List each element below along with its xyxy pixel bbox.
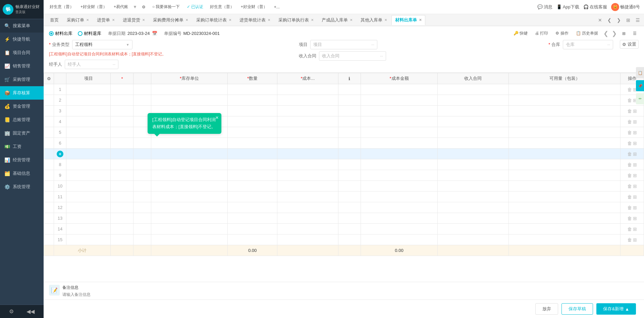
row-available-cell[interactable] (509, 234, 621, 245)
row-material-cell[interactable] (111, 127, 133, 138)
row-income-contract-cell[interactable] (437, 149, 509, 159)
row-unit-cell[interactable] (151, 95, 227, 106)
row-material-cell[interactable] (111, 181, 133, 192)
tab-close-finished-goods[interactable]: ✕ (350, 18, 353, 22)
row-project-cell[interactable] (66, 95, 111, 106)
delete-row-icon[interactable]: 🗑 (627, 173, 632, 178)
row-unit-cell[interactable] (151, 181, 227, 192)
row-quantity-cell[interactable] (228, 149, 277, 159)
delete-row-icon[interactable]: 🗑 (627, 226, 632, 232)
list-view-btn[interactable]: ☰ (634, 17, 641, 23)
row-cost-price-cell[interactable] (277, 106, 338, 116)
tab-material-out[interactable]: 材料出库单✕ (391, 15, 425, 25)
tab-close-other-stock[interactable]: ✕ (384, 18, 387, 22)
message-btn[interactable]: 💬 消息 (537, 4, 552, 10)
row-cost-amount-cell[interactable] (361, 202, 437, 213)
row-income-contract-cell[interactable] (437, 95, 509, 106)
row-unit-cell[interactable] (151, 192, 227, 202)
row-available-cell[interactable] (509, 202, 621, 213)
row-available-cell[interactable] (509, 127, 621, 138)
topbar-more[interactable]: +... (272, 3, 282, 11)
row-material-cell[interactable] (111, 192, 133, 202)
list-layout-btn[interactable]: ☰ (631, 30, 639, 37)
row-quantity-cell[interactable] (228, 138, 277, 149)
row-spec-cell[interactable] (133, 95, 151, 106)
row-cost-amount-cell[interactable] (361, 170, 437, 181)
collapse-icon[interactable]: ◀◀ (26, 308, 35, 315)
quick-key-btn[interactable]: 🔑 快键 (512, 30, 530, 37)
row-available-cell[interactable] (509, 95, 621, 106)
row-project-cell[interactable] (66, 192, 111, 202)
row-spec-cell[interactable] (133, 181, 151, 192)
topbar-dropdown-icon[interactable]: ▼ (133, 4, 137, 9)
topbar-yidazhang[interactable]: +易代账 (112, 3, 130, 11)
project-select[interactable]: 项目 ··· (310, 40, 377, 49)
tab-close-incoming-stat[interactable]: ✕ (268, 18, 270, 22)
history-btn[interactable]: 📋 历史单据 (574, 30, 600, 37)
row-project-cell[interactable] (66, 84, 111, 95)
right-edge-btn1[interactable]: 📋 (636, 67, 644, 78)
tab-incoming-stat[interactable]: 进货单统计表✕ (236, 15, 274, 25)
notes-input[interactable] (62, 292, 639, 297)
copy-row-icon[interactable]: ⊞ (633, 162, 637, 167)
row-project-cell[interactable] (66, 202, 111, 213)
row-spec-cell[interactable] (133, 170, 151, 181)
row-available-cell[interactable] (509, 149, 621, 159)
row-available-cell[interactable] (509, 106, 621, 116)
row-project-cell[interactable] (66, 234, 111, 245)
delete-row-icon[interactable]: 🗑 (627, 162, 632, 167)
row-cost-price-cell[interactable] (277, 95, 338, 106)
row-income-contract-cell[interactable] (437, 170, 509, 181)
sidebar-item-finance[interactable]: 💰 资金管理 (0, 100, 44, 113)
row-spec-cell[interactable] (133, 84, 151, 95)
copy-row-icon[interactable]: ⊞ (633, 237, 637, 243)
row-cost-amount-cell[interactable] (361, 138, 437, 149)
row-cost-price-cell[interactable] (277, 213, 338, 224)
save-new-button[interactable]: 保存&新增 ▲ (596, 303, 636, 315)
tab-purchase-exec[interactable]: 采购订单执行表✕ (275, 15, 317, 25)
row-cost-price-cell[interactable] (277, 159, 338, 170)
row-quantity-cell[interactable] (228, 213, 277, 224)
grid-view-btn[interactable]: ⊞ (625, 17, 632, 23)
row-project-cell[interactable] (66, 138, 111, 149)
copy-row-icon[interactable]: ⊞ (633, 216, 637, 221)
row-material-cell[interactable] (111, 116, 133, 127)
row-cost-amount-cell[interactable] (361, 127, 437, 138)
row-income-contract-cell[interactable] (437, 106, 509, 116)
row-quantity-cell[interactable] (228, 127, 277, 138)
row-cost-amount-cell[interactable] (361, 181, 437, 192)
row-cost-amount-cell[interactable] (361, 234, 437, 245)
row-cost-price-cell[interactable] (277, 234, 338, 245)
row-spec-cell[interactable] (133, 159, 151, 170)
tab-home[interactable]: 首页 (46, 15, 62, 25)
row-cost-price-cell[interactable] (277, 224, 338, 234)
row-project-cell[interactable] (66, 127, 111, 138)
row-available-cell[interactable] (509, 116, 621, 127)
row-cost-price-cell[interactable] (277, 127, 338, 138)
row-project-cell[interactable] (66, 181, 111, 192)
close-tab-btn[interactable]: ✕ (597, 17, 603, 23)
topbar-hyc2[interactable]: +好业财（普） (239, 3, 269, 11)
online-service-btn[interactable]: 🎧 在线客服 (583, 4, 607, 10)
row-material-cell[interactable] (111, 170, 133, 181)
row-available-cell[interactable] (509, 224, 621, 234)
handler-select[interactable]: 经手人 ··· (65, 60, 118, 69)
row-material-cell[interactable] (111, 213, 133, 224)
row-material-cell[interactable] (111, 159, 133, 170)
row-spec-cell[interactable] (133, 213, 151, 224)
row-project-cell[interactable] (66, 116, 111, 127)
row-material-cell[interactable] (111, 84, 133, 95)
row-project-cell[interactable] (66, 149, 111, 159)
sidebar-item-basic[interactable]: 🗂️ 基础信息 (0, 167, 44, 180)
grid-layout-btn[interactable]: ⊞ (620, 30, 628, 37)
right-edge-btn3[interactable]: ✏ (636, 93, 644, 104)
row-income-contract-cell[interactable] (437, 84, 509, 95)
row-unit-cell[interactable] (151, 149, 227, 159)
tooltip-close-btn[interactable]: ✕ (215, 115, 219, 121)
radio-material-return[interactable]: 材料退库 (78, 31, 101, 37)
right-edge-btn2[interactable]: 📌 (636, 80, 644, 91)
delete-row-icon[interactable]: 🗑 (627, 205, 632, 210)
sidebar-item-project[interactable]: 📋 项目合同 (0, 46, 44, 59)
row-quantity-cell[interactable] (228, 116, 277, 127)
tab-finished-goods[interactable]: 产成品入库单✕ (318, 15, 356, 25)
